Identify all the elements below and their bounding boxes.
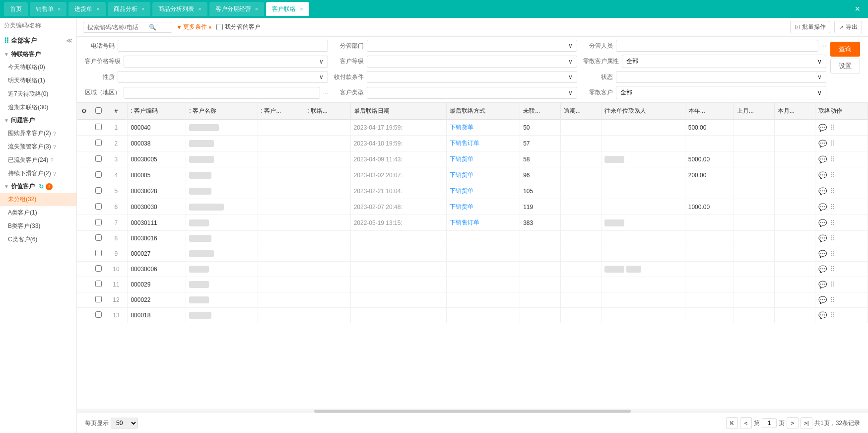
grid-icon[interactable]: ⠿ (830, 296, 835, 304)
grid-icon[interactable]: ⠿ (830, 187, 835, 195)
last-method-link[interactable]: 下销货单 (450, 203, 473, 210)
export-btn[interactable]: ↗ 导出 (834, 21, 862, 33)
sidebar-item-ungroups[interactable]: 未分组(32) (0, 193, 76, 206)
row-checkbox[interactable] (95, 296, 102, 302)
search-input[interactable] (87, 24, 147, 31)
row-checkbox[interactable] (95, 155, 102, 162)
scatter-attr-select[interactable]: 全部 ∨ (622, 55, 826, 68)
row-checkbox[interactable] (95, 250, 102, 256)
chat-icon[interactable]: 💬 (818, 171, 827, 179)
prev-page-btn[interactable]: < (740, 417, 752, 429)
chat-icon[interactable]: 💬 (818, 140, 827, 147)
th-gear[interactable]: ⚙ (77, 103, 92, 120)
row-checkbox[interactable] (95, 203, 102, 210)
row-checkbox[interactable] (95, 171, 102, 178)
more-filters-btn[interactable]: ▼ 更多条件 ∧ (176, 23, 212, 31)
grid-icon[interactable]: ⠿ (830, 171, 835, 179)
tab-product-analysis-list[interactable]: 商品分析列表 × (152, 2, 207, 16)
sidebar-item-churn-warning[interactable]: 流失预警客户(3) ? (0, 140, 76, 153)
grid-icon[interactable]: ⠿ (830, 311, 835, 319)
row-checkbox[interactable] (95, 281, 102, 287)
grid-icon[interactable]: ⠿ (830, 234, 835, 242)
nature-select[interactable]: ∨ (118, 71, 328, 83)
close-tab-customer-stratify[interactable]: × (255, 6, 258, 12)
sidebar-all-customers[interactable]: ⠿ 全部客户 ≪ (0, 33, 76, 48)
search-icon[interactable]: 🔍 (149, 24, 156, 31)
customer-type-select[interactable]: ∨ (367, 87, 577, 99)
row-checkbox[interactable] (95, 311, 102, 318)
close-tab-customer-contact[interactable]: × (300, 6, 303, 12)
reset-button[interactable]: 设置 (830, 59, 860, 73)
manager-input[interactable] (616, 40, 818, 52)
status-select[interactable]: ∨ (616, 71, 826, 83)
sidebar-search-input[interactable] (4, 22, 77, 29)
chat-icon[interactable]: 💬 (818, 234, 827, 242)
tab-product-analysis[interactable]: 商品分析 × (108, 2, 150, 16)
chat-icon[interactable]: 💬 (818, 187, 827, 195)
per-page-select[interactable]: 50 100 200 (111, 418, 138, 429)
row-checkbox[interactable] (95, 265, 102, 272)
chat-icon[interactable]: 💬 (818, 155, 827, 163)
sidebar-group-pending[interactable]: ▼ 待联络客户 (0, 48, 76, 61)
row-checkbox[interactable] (95, 187, 102, 194)
region-input[interactable] (124, 87, 320, 99)
sidebar-item-today[interactable]: 今天待联络(0) (0, 61, 76, 74)
sidebar-item-class-b[interactable]: B类客户(33) (0, 219, 76, 233)
customer-level-select[interactable]: ∨ (367, 56, 577, 68)
region-dots-btn[interactable]: ··· (323, 89, 328, 96)
tab-purchase[interactable]: 进货单 × (68, 2, 105, 16)
last-method-link[interactable]: 下销货单 (450, 171, 473, 178)
grid-icon[interactable]: ⠿ (830, 140, 835, 147)
grid-icon[interactable]: ⠿ (830, 250, 835, 258)
retail-select[interactable]: 全部 ∨ (616, 86, 826, 99)
last-page-btn[interactable]: >| (801, 417, 812, 429)
phone-input[interactable] (118, 40, 328, 52)
grid-icon[interactable]: ⠿ (830, 124, 835, 132)
grid-icon[interactable]: ⠿ (830, 155, 835, 163)
next-page-btn[interactable]: > (787, 417, 799, 429)
first-page-btn[interactable]: K (726, 417, 738, 429)
last-method-link[interactable]: 下销售订单 (450, 219, 479, 226)
tab-sales[interactable]: 销售单 × (30, 2, 67, 16)
my-customers-checkbox[interactable]: 我分管的客户 (216, 23, 261, 31)
last-method-link[interactable]: 下销售订单 (450, 140, 479, 146)
chat-icon[interactable]: 💬 (818, 311, 827, 319)
price-level-select[interactable]: ∨ (124, 56, 328, 68)
tab-customer-stratify[interactable]: 客户分层经营 × (209, 2, 264, 16)
manager-dots-btn[interactable]: ··· (821, 42, 826, 49)
close-tab-product-analysis[interactable]: × (141, 6, 144, 12)
sidebar-item-churned[interactable]: 已流失客户(24) ? (0, 153, 76, 167)
dept-select[interactable]: ∨ (367, 40, 577, 52)
chat-icon[interactable]: 💬 (818, 281, 827, 289)
horizontal-scrollbar[interactable] (77, 409, 868, 413)
refresh-icon[interactable]: ↻ (39, 183, 44, 190)
close-tab-sales[interactable]: × (58, 6, 61, 12)
sidebar-item-class-c[interactable]: C类客户(6) (0, 233, 76, 246)
tab-customer-contact[interactable]: 客户联络 × (266, 2, 309, 16)
query-button[interactable]: 查询 (830, 42, 860, 57)
sidebar-collapse-icon[interactable]: ≪ (66, 37, 72, 44)
chat-icon[interactable]: 💬 (818, 219, 827, 227)
last-method-link[interactable]: 下销货单 (450, 155, 473, 162)
chat-icon[interactable]: 💬 (818, 124, 827, 132)
chat-icon[interactable]: 💬 (818, 203, 827, 211)
sidebar-item-hoarding[interactable]: 囤购异常客户(2) ? (0, 127, 76, 140)
page-number-input[interactable] (762, 418, 777, 428)
sidebar-group-problem[interactable]: ▼ 问题客户 (0, 114, 76, 127)
sidebar-item-7days[interactable]: 近7天待联络(0) (0, 87, 76, 101)
sidebar-item-tomorrow[interactable]: 明天待联络(1) (0, 74, 76, 87)
my-customers-check[interactable] (216, 24, 223, 30)
payment-select[interactable]: ∨ (367, 71, 577, 83)
grid-icon[interactable]: ⠿ (830, 219, 835, 227)
close-tab-product-list[interactable]: × (198, 6, 201, 12)
last-method-link[interactable]: 下销货单 (450, 187, 473, 194)
batch-op-btn[interactable]: ☑ 批量操作 (790, 21, 830, 33)
grid-icon[interactable]: ⠿ (830, 281, 835, 289)
row-checkbox[interactable] (95, 234, 102, 241)
last-method-link[interactable]: 下销货单 (450, 124, 473, 131)
sidebar-item-overdue[interactable]: 逾期未联络(30) (0, 101, 76, 114)
sidebar-item-class-a[interactable]: A类客户(1) (0, 206, 76, 219)
select-all-checkbox[interactable] (95, 107, 102, 114)
sidebar-item-declining[interactable]: 持续下滑客户(2) ? (0, 167, 76, 180)
chat-icon[interactable]: 💬 (818, 250, 827, 258)
